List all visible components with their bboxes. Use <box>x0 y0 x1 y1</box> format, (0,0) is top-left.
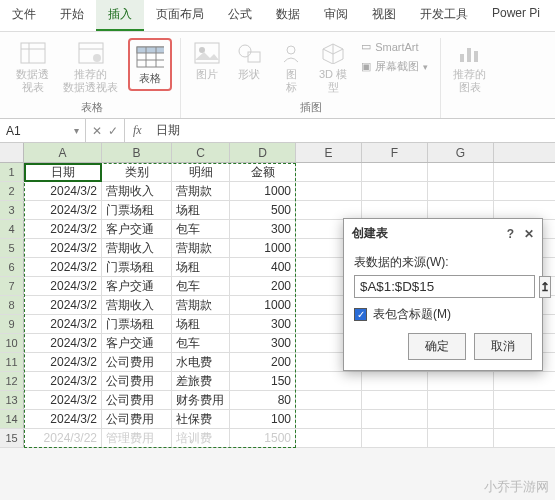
empty-cell[interactable] <box>428 391 494 409</box>
empty-cell[interactable] <box>296 391 362 409</box>
header-cell[interactable]: 明细 <box>172 163 230 181</box>
data-cell[interactable]: 1500 <box>230 429 296 447</box>
empty-cell[interactable] <box>428 182 494 200</box>
data-cell[interactable]: 2024/3/2 <box>24 372 102 390</box>
data-cell[interactable]: 场租 <box>172 315 230 333</box>
data-cell[interactable]: 300 <box>230 220 296 238</box>
empty-cell[interactable] <box>362 182 428 200</box>
empty-cell[interactable] <box>428 410 494 428</box>
row-header-12[interactable]: 12 <box>0 372 24 390</box>
empty-cell[interactable] <box>362 410 428 428</box>
dialog-help-icon[interactable]: ? <box>507 227 514 241</box>
data-cell[interactable]: 2024/3/2 <box>24 277 102 295</box>
data-cell[interactable]: 400 <box>230 258 296 276</box>
data-cell[interactable]: 营期收入 <box>102 296 172 314</box>
menu-item-8[interactable]: 开发工具 <box>408 0 480 31</box>
recommended-pivot-button[interactable]: 推荐的 数据透视表 <box>59 38 122 96</box>
data-cell[interactable]: 管理费用 <box>102 429 172 447</box>
header-cell[interactable]: 日期 <box>24 163 102 181</box>
data-cell[interactable]: 培训费 <box>172 429 230 447</box>
empty-cell[interactable] <box>428 201 494 219</box>
row-header-10[interactable]: 10 <box>0 334 24 352</box>
data-cell[interactable]: 公司费用 <box>102 410 172 428</box>
name-box[interactable]: A1 ▾ <box>0 119 86 142</box>
data-cell[interactable]: 2024/3/2 <box>24 315 102 333</box>
empty-cell[interactable] <box>428 372 494 390</box>
data-cell[interactable]: 差旅费 <box>172 372 230 390</box>
data-cell[interactable]: 2024/3/2 <box>24 296 102 314</box>
dialog-titlebar[interactable]: 创建表 ? ✕ <box>344 219 542 248</box>
data-cell[interactable]: 1000 <box>230 182 296 200</box>
data-cell[interactable]: 1000 <box>230 239 296 257</box>
data-cell[interactable]: 2024/3/2 <box>24 258 102 276</box>
data-cell[interactable]: 营期款 <box>172 296 230 314</box>
data-cell[interactable]: 2024/3/2 <box>24 239 102 257</box>
row-header-6[interactable]: 6 <box>0 258 24 276</box>
empty-cell[interactable] <box>296 182 362 200</box>
data-cell[interactable]: 营期款 <box>172 239 230 257</box>
menu-item-1[interactable]: 开始 <box>48 0 96 31</box>
data-cell[interactable]: 客户交通 <box>102 277 172 295</box>
empty-cell[interactable] <box>428 163 494 181</box>
fx-icon[interactable]: fx <box>125 123 150 138</box>
data-cell[interactable]: 200 <box>230 353 296 371</box>
row-header-2[interactable]: 2 <box>0 182 24 200</box>
headers-checkbox-row[interactable]: ✓ 表包含标题(M) <box>354 306 532 323</box>
smartart-button[interactable]: ▭SmartArt <box>357 38 432 55</box>
row-header-8[interactable]: 8 <box>0 296 24 314</box>
data-cell[interactable]: 公司费用 <box>102 353 172 371</box>
row-header-13[interactable]: 13 <box>0 391 24 409</box>
data-cell[interactable]: 包车 <box>172 277 230 295</box>
data-cell[interactable]: 2024/3/2 <box>24 182 102 200</box>
checkbox-icon[interactable]: ✓ <box>354 308 367 321</box>
data-cell[interactable]: 场租 <box>172 201 230 219</box>
col-header-D[interactable]: D <box>230 143 296 162</box>
menu-item-9[interactable]: Power Pi <box>480 0 552 31</box>
screenshot-button[interactable]: ▣屏幕截图 ▾ <box>357 57 432 76</box>
col-header-F[interactable]: F <box>362 143 428 162</box>
data-cell[interactable]: 社保费 <box>172 410 230 428</box>
data-cell[interactable]: 公司费用 <box>102 372 172 390</box>
formula-input[interactable]: 日期 <box>150 122 555 139</box>
menu-item-5[interactable]: 数据 <box>264 0 312 31</box>
cancel-button[interactable]: 取消 <box>474 333 532 360</box>
data-cell[interactable]: 营期收入 <box>102 239 172 257</box>
name-box-dropdown-icon[interactable]: ▾ <box>74 125 79 136</box>
shapes-button[interactable]: 形状 <box>231 38 267 83</box>
empty-cell[interactable] <box>296 372 362 390</box>
data-cell[interactable]: 营期款 <box>172 182 230 200</box>
data-cell[interactable]: 门票场租 <box>102 201 172 219</box>
col-header-B[interactable]: B <box>102 143 172 162</box>
empty-cell[interactable] <box>296 410 362 428</box>
row-header-9[interactable]: 9 <box>0 315 24 333</box>
menu-item-0[interactable]: 文件 <box>0 0 48 31</box>
data-cell[interactable]: 1000 <box>230 296 296 314</box>
data-cell[interactable]: 300 <box>230 315 296 333</box>
range-input[interactable] <box>354 275 535 298</box>
row-header-5[interactable]: 5 <box>0 239 24 257</box>
data-cell[interactable]: 2024/3/22 <box>24 429 102 447</box>
header-cell[interactable]: 类别 <box>102 163 172 181</box>
cancel-formula-icon[interactable]: ✕ <box>92 124 102 138</box>
data-cell[interactable]: 包车 <box>172 220 230 238</box>
empty-cell[interactable] <box>296 201 362 219</box>
data-cell[interactable]: 门票场租 <box>102 315 172 333</box>
col-header-A[interactable]: A <box>24 143 102 162</box>
data-cell[interactable]: 公司费用 <box>102 391 172 409</box>
menu-item-2[interactable]: 插入 <box>96 0 144 31</box>
row-header-14[interactable]: 14 <box>0 410 24 428</box>
menu-item-7[interactable]: 视图 <box>360 0 408 31</box>
data-cell[interactable]: 2024/3/2 <box>24 391 102 409</box>
menu-item-3[interactable]: 页面布局 <box>144 0 216 31</box>
data-cell[interactable]: 2024/3/2 <box>24 410 102 428</box>
range-select-button[interactable]: ↥ <box>539 276 551 298</box>
data-cell[interactable]: 2024/3/2 <box>24 353 102 371</box>
data-cell[interactable]: 80 <box>230 391 296 409</box>
row-header-7[interactable]: 7 <box>0 277 24 295</box>
row-header-11[interactable]: 11 <box>0 353 24 371</box>
data-cell[interactable]: 客户交通 <box>102 220 172 238</box>
data-cell[interactable]: 100 <box>230 410 296 428</box>
empty-cell[interactable] <box>296 163 362 181</box>
menu-item-6[interactable]: 审阅 <box>312 0 360 31</box>
data-cell[interactable]: 2024/3/2 <box>24 201 102 219</box>
